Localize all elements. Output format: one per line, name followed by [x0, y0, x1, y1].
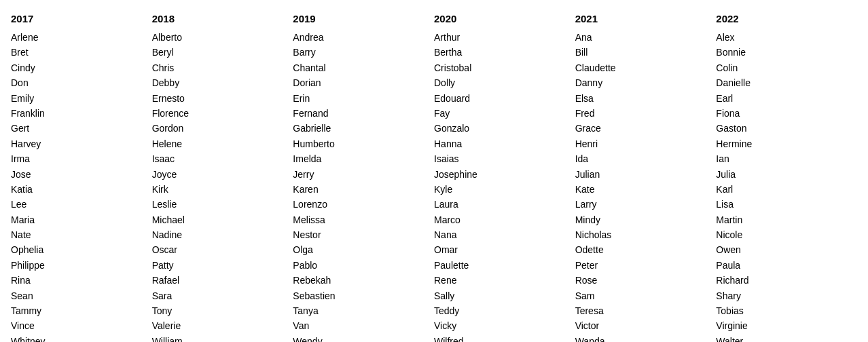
- list-item: Alberto: [152, 30, 280, 45]
- list-item: Nate: [11, 227, 139, 242]
- list-item: Jerry: [293, 167, 420, 182]
- list-item: Hanna: [434, 136, 562, 151]
- list-item: Rene: [434, 273, 562, 288]
- list-item: Beryl: [152, 45, 280, 60]
- list-item: Jose: [11, 167, 139, 182]
- list-item: Olga: [293, 242, 420, 257]
- list-item: Colin: [716, 60, 844, 75]
- list-item: Owen: [716, 242, 844, 257]
- list-item: Don: [11, 75, 139, 90]
- list-item: Sam: [575, 288, 703, 303]
- list-item: Wendy: [293, 334, 420, 342]
- list-item: Lorenzo: [293, 197, 420, 212]
- column-2019: 2019AndreaBarryChantalDorianErinFernandG…: [293, 11, 434, 342]
- list-item: Marco: [434, 212, 562, 227]
- list-item: Paulette: [434, 258, 562, 273]
- year-header-2021: 2021: [575, 11, 703, 27]
- list-item: Nicholas: [575, 227, 703, 242]
- list-item: Cristobal: [434, 60, 562, 75]
- list-item: Cindy: [11, 60, 139, 75]
- year-header-2022: 2022: [716, 11, 844, 27]
- list-item: Rina: [11, 273, 139, 288]
- list-item: Teresa: [575, 303, 703, 318]
- list-item: Laura: [434, 197, 562, 212]
- list-item: Fay: [434, 106, 562, 121]
- list-item: Tobias: [716, 303, 844, 318]
- list-item: Mindy: [575, 212, 703, 227]
- list-item: Ian: [716, 151, 844, 166]
- list-item: Edouard: [434, 91, 562, 106]
- list-item: Isaac: [152, 151, 280, 166]
- list-item: Chantal: [293, 60, 420, 75]
- list-item: Josephine: [434, 167, 562, 182]
- list-item: Bertha: [434, 45, 562, 60]
- list-item: Tammy: [11, 303, 139, 318]
- list-item: Gonzalo: [434, 121, 562, 136]
- list-item: Irma: [11, 151, 139, 166]
- list-item: Humberto: [293, 136, 420, 151]
- column-2022: 2022AlexBonnieColinDanielleEarlFionaGast…: [716, 11, 857, 342]
- list-item: Katia: [11, 182, 139, 197]
- list-item: Virginie: [716, 318, 844, 333]
- list-item: Victor: [575, 318, 703, 333]
- list-item: Erin: [293, 91, 420, 106]
- year-header-2017: 2017: [11, 11, 139, 27]
- list-item: Grace: [575, 121, 703, 136]
- column-2017: 2017ArleneBretCindyDonEmilyFranklinGertH…: [11, 11, 152, 342]
- list-item: Kirk: [152, 182, 280, 197]
- list-item: Gordon: [152, 121, 280, 136]
- list-item: Ida: [575, 151, 703, 166]
- list-item: William: [152, 334, 280, 342]
- list-item: Emily: [11, 91, 139, 106]
- list-item: Oscar: [152, 242, 280, 257]
- year-header-2020: 2020: [434, 11, 562, 27]
- list-item: Fiona: [716, 106, 844, 121]
- hurricane-names-grid: 2017ArleneBretCindyDonEmilyFranklinGertH…: [11, 11, 857, 342]
- list-item: Julia: [716, 167, 844, 182]
- list-item: Florence: [152, 106, 280, 121]
- list-item: Tanya: [293, 303, 420, 318]
- list-item: Ernesto: [152, 91, 280, 106]
- list-item: Rebekah: [293, 273, 420, 288]
- list-item: Bill: [575, 45, 703, 60]
- list-item: Omar: [434, 242, 562, 257]
- list-item: Claudette: [575, 60, 703, 75]
- list-item: Isaias: [434, 151, 562, 166]
- list-item: Tony: [152, 303, 280, 318]
- list-item: Andrea: [293, 30, 420, 45]
- list-item: Helene: [152, 136, 280, 151]
- list-item: Kyle: [434, 182, 562, 197]
- list-item: Franklin: [11, 106, 139, 121]
- list-item: Sally: [434, 288, 562, 303]
- list-item: Dorian: [293, 75, 420, 90]
- list-item: Shary: [716, 288, 844, 303]
- list-item: Sebastien: [293, 288, 420, 303]
- column-2018: 2018AlbertoBerylChrisDebbyErnestoFlorenc…: [152, 11, 293, 342]
- list-item: Fred: [575, 106, 703, 121]
- list-item: Julian: [575, 167, 703, 182]
- list-item: Teddy: [434, 303, 562, 318]
- list-item: Debby: [152, 75, 280, 90]
- list-item: Gabrielle: [293, 121, 420, 136]
- list-item: Nadine: [152, 227, 280, 242]
- list-item: Elsa: [575, 91, 703, 106]
- list-item: Melissa: [293, 212, 420, 227]
- list-item: Dolly: [434, 75, 562, 90]
- list-item: Chris: [152, 60, 280, 75]
- list-item: Pablo: [293, 258, 420, 273]
- list-item: Wanda: [575, 334, 703, 342]
- list-item: Danny: [575, 75, 703, 90]
- list-item: Hermine: [716, 136, 844, 151]
- list-item: Arlene: [11, 30, 139, 45]
- list-item: Harvey: [11, 136, 139, 151]
- list-item: Wilfred: [434, 334, 562, 342]
- list-item: Kate: [575, 182, 703, 197]
- list-item: Philippe: [11, 258, 139, 273]
- list-item: Maria: [11, 212, 139, 227]
- list-item: Peter: [575, 258, 703, 273]
- list-item: Bret: [11, 45, 139, 60]
- list-item: Imelda: [293, 151, 420, 166]
- list-item: Walter: [716, 334, 844, 342]
- list-item: Valerie: [152, 318, 280, 333]
- list-item: Earl: [716, 91, 844, 106]
